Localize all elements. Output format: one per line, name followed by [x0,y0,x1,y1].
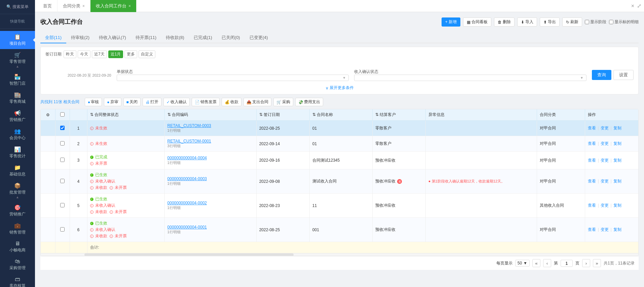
review-btn[interactable]: ● 审核 [85,98,102,106]
copy-btn-6[interactable]: 复制 [613,227,621,232]
set-button[interactable]: 设置 [613,70,634,80]
sidebar-item-smart-shop[interactable]: 🏪 智慧门店 [0,71,35,89]
prev-page-btn[interactable]: ‹ [543,259,551,267]
row-checkbox-1[interactable] [60,126,65,130]
show-marked-checkbox[interactable]: 显示标的明细 [609,19,639,25]
sidebar-item-marketing[interactable]: 📢 营销推广 [0,107,35,125]
contract-code-link-6[interactable]: 0000000000004-0001 [167,225,254,230]
edit-btn-3[interactable]: 变更 [601,158,609,163]
th-gear[interactable]: ⚙ [41,109,55,121]
date-btn-more[interactable]: 更多 [124,50,137,58]
td-checkbox-3[interactable] [55,152,70,169]
quick-nav-label[interactable]: 快捷导航 [0,17,35,26]
th-customer[interactable]: ⇅ 结算客户 [372,109,425,121]
filter-tab-closed[interactable]: 已关闭(0) [217,33,245,43]
table-gear-icon[interactable]: ⚙ [46,113,50,117]
copy-btn-4[interactable]: 复制 [613,179,621,183]
scroll-bar[interactable] [41,253,638,256]
date-btn-7days[interactable]: 近7天 [92,50,107,58]
td-checkbox-2[interactable] [55,136,70,152]
view-btn-2[interactable]: 查看 [588,141,596,146]
sidebar-item-member[interactable]: 👥 会员中心 [0,125,35,144]
contract-code-link-1[interactable]: RETAIL_CUSTOM-0003 [167,123,254,128]
row-checkbox-5[interactable] [60,203,65,207]
purchase-btn[interactable]: 🛒 采购 [273,98,293,106]
copy-btn-2[interactable]: 复制 [613,141,621,146]
sidebar-item-wholesale[interactable]: 📦 批发管理 ▲ [0,180,35,202]
filter-tab-changed[interactable]: 已变更(4) [245,33,273,43]
th-checkbox[interactable] [55,109,70,121]
close-btn[interactable]: ■ 关闭 [123,98,141,106]
td-checkbox-5[interactable] [55,194,70,218]
contract-code-link-2[interactable]: RETAIL_CUSTOM-0001 [167,139,254,144]
window-close-btn[interactable]: × [631,3,634,9]
row-checkbox-2[interactable] [60,141,65,146]
th-name[interactable]: ⇅ 合同名称 [309,109,372,121]
output-contract-btn[interactable]: 📤 支出合同 [243,98,271,106]
sidebar-item-inventory[interactable]: 🗃 库存核算 [0,274,35,287]
row-checkbox-3[interactable] [60,158,65,162]
th-code[interactable]: ⇅ 合同编码 [164,109,256,121]
sidebar-item-retail[interactable]: 🛒 零售管理 ▲ [0,49,35,71]
sidebar-item-retail-stat[interactable]: 📊 零售统计 [0,144,35,162]
sidebar-item-mkt-promo[interactable]: 🎯 营销推广 [0,202,35,220]
page-size-select[interactable]: 50 ▼ [515,260,530,266]
show-stages-input[interactable] [585,20,589,24]
print-btn[interactable]: 🖨 打开 [143,98,161,106]
contract-code-link-4[interactable]: 0000000000004-0003 [167,176,254,181]
filter-tab-all[interactable]: 全部(11) [40,33,66,43]
contract-code-link-5[interactable]: 0000000000004-0002 [167,201,254,205]
sidebar-item-purchase[interactable]: 🛍 采购管理 [0,256,35,274]
export-button[interactable]: ⬆ 导出 [540,17,560,27]
next-page-btn[interactable]: › [582,259,590,267]
td-checkbox-4[interactable] [55,169,70,194]
delete-button[interactable]: 🗑 删除 [494,17,515,27]
tab-contract-cat-close[interactable]: × [82,4,85,8]
sidebar-item-basic-info[interactable]: 📁 基础信息 [0,162,35,180]
edit-btn-4[interactable]: 变更 [601,179,609,183]
income-confirm-select[interactable]: ▼ [354,75,586,81]
edit-btn-6[interactable]: 变更 [601,227,609,232]
show-marked-input[interactable] [609,20,613,24]
filter-tab-pending-invoice[interactable]: 待开票(11) [131,33,161,43]
date-btn-today[interactable]: 今天 [78,50,90,58]
sales-invoice-btn[interactable]: 📄 销售发票 [192,98,220,106]
tab-contract-cat[interactable]: 合同分类 × [58,0,90,12]
copy-btn-3[interactable]: 复制 [613,158,621,163]
date-btn-1month[interactable]: 近1月 [108,50,123,58]
filter-tab-completed[interactable]: 已完成(1) [189,33,217,43]
view-btn-5[interactable]: 查看 [588,203,596,208]
first-page-btn[interactable]: « [532,259,540,267]
copy-btn-5[interactable]: 复制 [613,203,621,208]
tab-income-workbench-close[interactable]: × [128,4,131,8]
income-confirm-btn[interactable]: ✓ 收入确认 [163,98,190,106]
sidebar-item-project[interactable]: 📋 项目合同 [0,31,35,49]
tab-home[interactable]: 首页 [38,0,58,12]
tab-income-workbench[interactable]: 收入合同工作台 × [90,0,137,12]
abandon-btn[interactable]: ● 弃审 [104,98,121,106]
select-all-checkbox[interactable] [60,112,65,117]
edit-btn-5[interactable]: 变更 [601,203,609,208]
new-button[interactable]: + 新增 [442,17,460,27]
th-status[interactable]: ⇅ 合同整体状态 [87,109,164,121]
date-btn-yesterday[interactable]: 昨天 [64,50,76,58]
expense-btn[interactable]: 💸 费用支出 [295,98,323,106]
page-number-input[interactable] [561,260,573,267]
view-btn-6[interactable]: 查看 [588,227,596,232]
last-page-btn[interactable]: » [593,259,601,267]
view-btn-4[interactable]: 查看 [588,179,596,183]
th-date[interactable]: ⇅ 签订日期 [256,109,309,121]
date-btn-custom[interactable]: 自定义 [139,50,155,58]
receipt-btn[interactable]: 💰 收款 [222,98,241,106]
scroll-thumb[interactable] [84,253,294,256]
edit-btn-1[interactable]: 变更 [601,126,609,130]
filter-tab-pending-receipt[interactable]: 待收款(8) [161,33,189,43]
show-stages-checkbox[interactable]: 显示阶段 [585,19,606,25]
td-checkbox-1[interactable] [55,121,70,136]
sidebar-item-sales-mgmt[interactable]: 💼 销售管理 [0,220,35,238]
view-btn-3[interactable]: 查看 [588,158,596,163]
filter-tab-pending-review[interactable]: 待审核(2) [66,33,94,43]
view-btn-1[interactable]: 查看 [588,126,596,130]
refresh-button[interactable]: ↻ 刷新 [562,17,582,27]
td-checkbox-6[interactable] [55,218,70,242]
